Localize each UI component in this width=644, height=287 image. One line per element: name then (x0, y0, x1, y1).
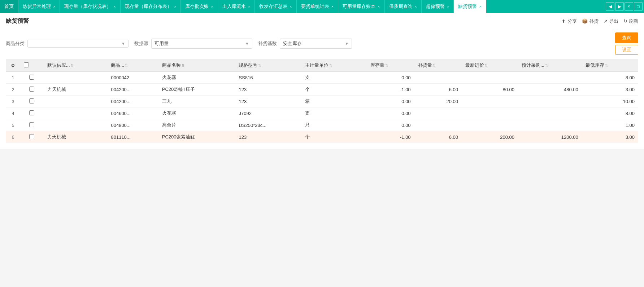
nav-item-xczk[interactable]: 现存量（库存状况表） × (60, 0, 120, 13)
row-est-purchase (518, 96, 582, 107)
close-icon[interactable]: × (479, 4, 481, 9)
nav-item-qhyj[interactable]: 缺货预警 × (454, 0, 486, 13)
row-replenish-qty: 6.00 (414, 84, 462, 96)
row-unit: 支 (301, 72, 367, 84)
chevron-down-icon: ▼ (121, 41, 125, 46)
refresh-button[interactable]: ↻ 刷新 (623, 18, 638, 25)
row-checkbox[interactable] (29, 110, 34, 115)
row-product-name: PC200油缸庄子 (158, 84, 235, 96)
table-header-row: ⚙ 默认供应...⇅ 商品...⇅ 商品名称⇅ 规格型号⇅ 主计量单位⇅ 库存量… (6, 59, 638, 72)
replenish-base-select[interactable]: 安全库存 ▼ (280, 39, 352, 49)
gear-icon[interactable]: ⚙ (11, 63, 15, 68)
table-wrap: ⚙ 默认供应...⇅ 商品...⇅ 商品名称⇅ 规格型号⇅ 主计量单位⇅ 库存量… (0, 59, 644, 149)
row-est-purchase (518, 72, 582, 84)
close-icon[interactable]: × (53, 4, 55, 9)
share-button[interactable]: ⮭ 分享 (561, 18, 577, 25)
row-est-purchase: 1200.00 (518, 131, 582, 143)
row-checkbox[interactable] (29, 122, 34, 127)
col-header-latest-price[interactable]: 最新进价⇅ (462, 59, 518, 72)
nav-prev-button[interactable]: ◀ (606, 2, 614, 11)
col-header-min-stock[interactable]: 最低库存⇅ (582, 59, 638, 72)
row-spec: J7092 (235, 107, 301, 119)
refresh-icon: ↻ (623, 18, 627, 24)
nav-item-kczh[interactable]: 库存批次账 × (181, 0, 218, 13)
row-spec: DS250*23c... (235, 119, 301, 131)
row-min-stock: 8.00 (582, 107, 638, 119)
nav-item-lhyc[interactable]: 炼货异常处理 × (18, 0, 60, 13)
table-row: 4 004600... 火花塞 J7092 支 0.00 8.00 (6, 107, 638, 119)
row-min-stock: 3.00 (582, 84, 638, 96)
page-title: 缺货预警 (6, 17, 29, 25)
col-header-product-code[interactable]: 商品...⇅ (107, 59, 158, 72)
row-supplier: 力天机械 (44, 84, 108, 96)
export-button[interactable]: ↗ 导出 (604, 18, 618, 25)
query-button[interactable]: 查询 (615, 32, 638, 43)
col-header-supplier[interactable]: 默认供应...⇅ (44, 59, 108, 72)
nav-item-sfzh[interactable]: 收发存汇总表 × (255, 0, 296, 13)
nav-next-button[interactable]: ▶ (615, 2, 624, 11)
nav-item-bzqcx[interactable]: 保质期查询 × (385, 0, 422, 13)
row-checkbox[interactable] (29, 75, 34, 80)
close-icon[interactable]: × (447, 4, 449, 9)
row-unit: 个 (301, 131, 367, 143)
row-checkbox-cell[interactable] (20, 119, 44, 131)
col-header-est-purchase[interactable]: 预计采购...⇅ (518, 59, 582, 72)
col-header-spec[interactable]: 规格型号⇅ (235, 59, 301, 72)
close-icon[interactable]: × (248, 4, 250, 9)
col-header-replenish-qty[interactable]: 补货量⇅ (414, 59, 462, 72)
row-checkbox[interactable] (29, 87, 34, 92)
row-seq: 4 (6, 107, 20, 119)
replenish-base-value: 安全库存 (283, 40, 302, 47)
close-icon[interactable]: × (331, 4, 334, 9)
close-icon[interactable]: × (290, 4, 292, 9)
nav-close-button[interactable]: × (625, 2, 633, 11)
row-checkbox-cell[interactable] (20, 131, 44, 143)
datasource-select[interactable]: 可用量 ▼ (151, 39, 252, 49)
page-content: 缺货预警 ⮭ 分享 📦 补货 ↗ 导出 ↻ 刷新 商品分类 (0, 13, 644, 149)
nav-item-ccyj[interactable]: 超储预警 × (422, 0, 454, 13)
filter-bar: 商品分类 ▼ 数据源 可用量 ▼ 补货基数 安全库存 ▼ 查询 设置 (0, 28, 644, 59)
settings-button[interactable]: 设置 (615, 45, 638, 55)
nav-item-home[interactable]: 首页 (0, 0, 18, 13)
row-checkbox-cell[interactable] (20, 84, 44, 96)
row-latest-price: 200.00 (462, 131, 518, 143)
col-header-checkbox[interactable] (20, 59, 44, 72)
row-supplier (44, 119, 108, 131)
close-icon[interactable]: × (211, 4, 213, 9)
row-product-code: 004200... (107, 84, 158, 96)
nav-item-crlx[interactable]: 出入库流水 × (218, 0, 255, 13)
close-icon[interactable]: × (415, 4, 417, 9)
row-stock: 0.00 (367, 107, 414, 119)
row-checkbox-cell[interactable] (20, 107, 44, 119)
col-header-stock[interactable]: 库存量⇅ (367, 59, 414, 72)
select-all-checkbox[interactable] (24, 62, 29, 67)
row-est-purchase: 480.00 (518, 84, 582, 96)
row-seq: 5 (6, 119, 20, 131)
row-latest-price (462, 107, 518, 119)
col-header-unit[interactable]: 主计量单位⇅ (301, 59, 367, 72)
data-table: ⚙ 默认供应...⇅ 商品...⇅ 商品名称⇅ 规格型号⇅ 主计量单位⇅ 库存量… (6, 59, 638, 143)
close-icon[interactable]: × (174, 4, 176, 9)
category-select[interactable]: ▼ (27, 40, 129, 48)
nav-item-xcfb[interactable]: 现存量（库存分布表） × (121, 0, 181, 13)
row-checkbox[interactable] (29, 98, 34, 103)
close-icon[interactable]: × (113, 4, 116, 9)
row-checkbox[interactable] (29, 134, 34, 139)
nav-item-yhdj[interactable]: 要货单统计表 × (297, 0, 338, 13)
row-checkbox-cell[interactable] (20, 96, 44, 107)
nav-maximize-button[interactable]: □ (634, 2, 643, 11)
col-header-product-name[interactable]: 商品名称⇅ (158, 59, 235, 72)
row-spec: 123 (235, 96, 301, 107)
row-product-code: 004800... (107, 119, 158, 131)
row-unit: 箱 (301, 96, 367, 107)
row-latest-price: 80.00 (462, 84, 518, 96)
row-stock: 0.00 (367, 72, 414, 84)
row-checkbox-cell[interactable] (20, 72, 44, 84)
row-unit: 个 (301, 84, 367, 96)
close-icon[interactable]: × (378, 4, 380, 9)
row-min-stock: 10.00 (582, 96, 638, 107)
nav-item-kylzb[interactable]: 可用量库存账本 × (338, 0, 384, 13)
row-product-code: 0000042 (107, 72, 158, 84)
replenish-button[interactable]: 📦 补货 (582, 18, 599, 25)
share-icon: ⮭ (561, 18, 566, 24)
